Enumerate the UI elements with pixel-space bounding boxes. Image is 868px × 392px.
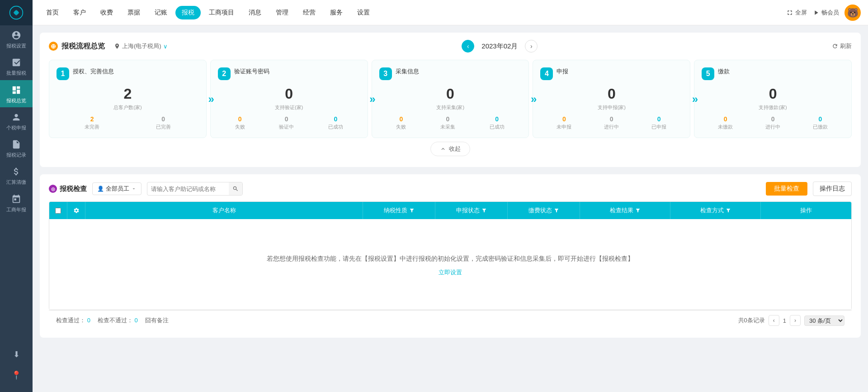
- sidebar-label: 报税设置: [6, 43, 26, 49]
- user-avatar[interactable]: 🐻: [844, 5, 861, 21]
- overview-title-icon: ⊕: [49, 42, 58, 51]
- step-num-2: 2: [218, 67, 231, 80]
- step-stat: 0 已成功: [328, 115, 343, 130]
- empty-message: 若您想使用报税检查功能，请先在【报税设置】中进行报税的初始化设置，完成密码验证和…: [267, 252, 634, 265]
- step-sub-1: 总客户数(家): [57, 104, 199, 111]
- prev-month-btn[interactable]: ‹: [462, 40, 474, 53]
- step-label-3: 采集信息: [396, 67, 419, 76]
- step-stat: 0 未缴款: [718, 115, 733, 130]
- fullscreen-btn[interactable]: 全屏: [786, 9, 807, 17]
- nav-guanli[interactable]: 管理: [269, 6, 295, 19]
- sidebar-item-huisuan-qingjiao[interactable]: 汇算清缴: [0, 162, 33, 189]
- nav-gongshang[interactable]: 工商项目: [203, 6, 241, 19]
- search-input[interactable]: [147, 186, 229, 192]
- table-footer: 检查通过： 0 检查不通过： 0 囧有备注 共0条记录 ‹ 1 › 30 条/页: [49, 310, 852, 330]
- check-section: ◎ 报税检查 👤 全部员工 批量检查 操作日志: [40, 174, 861, 338]
- step-stat: 0 已缴款: [813, 115, 828, 130]
- sidebar-bottom: ⬇ 📍: [0, 345, 33, 392]
- member-btn[interactable]: 畅会员: [812, 9, 839, 17]
- nav-shezhi[interactable]: 设置: [351, 6, 376, 19]
- th-pay-status: 缴费状态: [508, 202, 580, 219]
- empty-content: 若您想使用报税检查功能，请先在【报税设置】中进行报税的初始化设置，完成密码验证和…: [267, 252, 634, 277]
- collapse-btn[interactable]: 收起: [430, 142, 470, 156]
- nav-fuwu[interactable]: 服务: [324, 6, 349, 19]
- sidebar-item-baoshui-shezhi[interactable]: 报税设置: [0, 25, 33, 53]
- flow-step-4: 4 申报 0 支持申报(家) 0 未申报 0 进行中: [533, 60, 690, 138]
- step-stat: 0 失败: [235, 115, 245, 130]
- nav-baoshui[interactable]: 报税: [175, 6, 201, 19]
- sidebar-item-piliang-baoshui[interactable]: 批量报税: [0, 53, 33, 80]
- pass-label: 检查通过： 0: [56, 316, 90, 325]
- sidebar-item-gongshang-nianbao[interactable]: 工商年报: [0, 189, 33, 216]
- overview-nav: ‹ 2023年02月 ›: [462, 40, 538, 53]
- settlement-icon: [11, 166, 22, 177]
- fail-count[interactable]: 0: [134, 317, 137, 324]
- annual-report-icon: [11, 194, 22, 205]
- nav-items: 首页 客户 收费 票据 记账 报税 工商项目 消息 管理 经营 服务 设置: [40, 6, 786, 19]
- page-size-select[interactable]: 30 条/页 50 条/页 100 条/页: [804, 316, 844, 326]
- overview-location[interactable]: 上海(电子税局) ∨: [114, 42, 168, 50]
- sidebar-item-geren-shenbao[interactable]: 个税申报: [0, 107, 33, 134]
- nav-jingying[interactable]: 经营: [297, 6, 322, 19]
- main-area: 首页 客户 收费 票据 记账 报税 工商项目 消息 管理 经营 服务 设置 全屏…: [33, 0, 868, 392]
- th-check-result: 检查结果: [580, 202, 670, 219]
- step-stats-3: 0 失败 0 未采集 0 已成功: [379, 115, 522, 130]
- first-page-btn[interactable]: ‹: [769, 315, 779, 326]
- step-num-3: 3: [379, 67, 392, 80]
- sidebar-label: 报税总览: [6, 97, 26, 104]
- nav-piaoju[interactable]: 票据: [121, 6, 146, 19]
- step-main-num-3: 0: [379, 86, 522, 102]
- th-operation: 操作: [761, 202, 851, 219]
- staff-filter-btn[interactable]: 👤 全部员工: [92, 182, 142, 195]
- check-title-icon: ◎: [49, 185, 57, 193]
- th-customer-name: 客户名称: [85, 202, 363, 219]
- step-sub-3: 支持采集(家): [379, 104, 522, 111]
- setup-link[interactable]: 立即设置: [439, 269, 462, 276]
- step-label-5: 缴款: [718, 67, 730, 76]
- log-button[interactable]: 操作日志: [813, 182, 852, 196]
- personal-tax-icon: [11, 112, 22, 123]
- sidebar-location[interactable]: 📍: [0, 366, 33, 385]
- overview-title: ⊕ 报税流程总览: [49, 42, 105, 51]
- overview-card: ⊕ 报税流程总览 上海(电子税局) ∨ ‹ 2023年02月 ›: [40, 33, 861, 167]
- select-all-checkbox[interactable]: [55, 208, 61, 214]
- step-stats-5: 0 未缴款 0 进行中 0 已缴款: [702, 115, 844, 130]
- search-button[interactable]: [229, 182, 242, 196]
- sidebar-label: 个税申报: [6, 124, 26, 131]
- step-label-4: 申报: [557, 67, 568, 76]
- th-check-method: 检查方式: [670, 202, 761, 219]
- sidebar-item-baoshui-zonglan[interactable]: 报税总览: [0, 80, 33, 107]
- location-icon: 📍: [11, 370, 22, 381]
- refresh-btn[interactable]: 刷新: [832, 42, 852, 50]
- nav-shoufei[interactable]: 收费: [94, 6, 119, 19]
- th-checkbox: [49, 202, 67, 219]
- flow-step-2: 2 验证账号密码 0 支持验证(家) 0 失败 0 验证中: [210, 60, 368, 138]
- nav-shouye[interactable]: 首页: [40, 6, 65, 19]
- check-title: ◎ 报税检查: [49, 185, 87, 193]
- sidebar-download[interactable]: ⬇: [0, 345, 33, 364]
- nav-kehu[interactable]: 客户: [67, 6, 92, 19]
- content-area: ⊕ 报税流程总览 上海(电子税局) ∨ ‹ 2023年02月 ›: [33, 25, 868, 392]
- step-stat: 0 已成功: [490, 115, 505, 130]
- app-logo[interactable]: [0, 0, 33, 25]
- next-month-btn[interactable]: ›: [525, 40, 538, 53]
- step-arrow-4: »: [692, 93, 698, 105]
- step-num-5: 5: [702, 67, 714, 80]
- step-main-num-5: 0: [702, 86, 844, 102]
- current-page: 1: [783, 317, 786, 324]
- pass-count[interactable]: 0: [87, 317, 90, 324]
- nav-xiaoxi[interactable]: 消息: [242, 6, 268, 19]
- th-tax-nature: 纳税性质: [363, 202, 435, 219]
- step-arrow-2: »: [369, 93, 375, 105]
- nav-jijhang[interactable]: 记账: [148, 6, 174, 19]
- step-stat: 0 进行中: [604, 115, 619, 130]
- sidebar-item-baoshui-jilu[interactable]: 报税记录: [0, 134, 33, 162]
- next-page-btn[interactable]: ›: [790, 315, 801, 326]
- footer-right: 共0条记录 ‹ 1 › 30 条/页 50 条/页 100 条/页: [738, 315, 844, 326]
- batch-check-button[interactable]: 批量检查: [766, 182, 807, 196]
- download-icon: ⬇: [11, 349, 22, 360]
- note-label: 囧有备注: [145, 316, 169, 325]
- batch-tax-icon: [11, 57, 22, 68]
- search-box: [147, 182, 243, 196]
- settings-icon: [11, 30, 22, 41]
